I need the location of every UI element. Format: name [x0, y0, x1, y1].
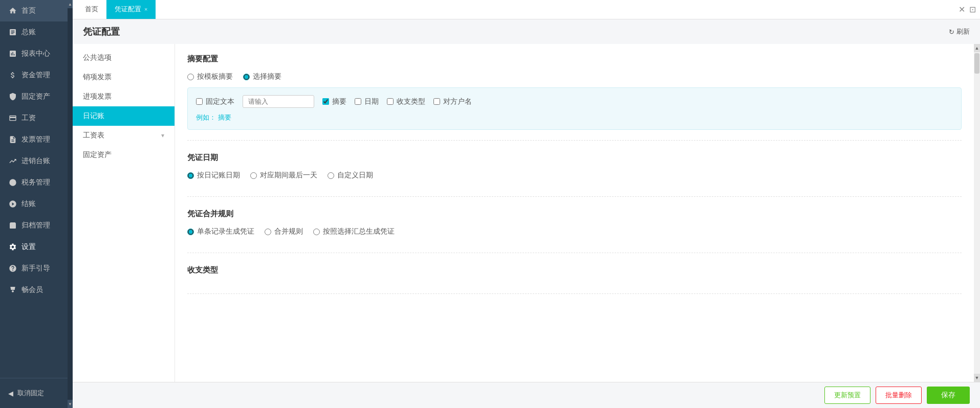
example-value: 摘要	[218, 114, 231, 121]
sidebar-item-stock[interactable]: 进销台账	[0, 150, 68, 172]
tab-active-label: 凭证配置	[115, 5, 141, 14]
checkbox-date[interactable]: 日期	[355, 97, 379, 106]
sidebar-item-member[interactable]: 畅会员	[0, 279, 68, 301]
merge-title: 凭证合并规则	[187, 209, 962, 219]
summary-box: 固定文本 摘要 日期	[187, 87, 962, 130]
sidebar-item-asset[interactable]: 固定资产	[0, 86, 68, 107]
tab-close-button[interactable]: ×	[144, 6, 147, 12]
left-nav: 公共选项 销项发票 进项发票 日记账 工资表 ▾ 固定资产	[73, 44, 175, 382]
expand-icon: ▾	[161, 132, 164, 139]
unpin-button[interactable]: ◀ 取消固定	[0, 383, 68, 403]
scrollbar-thumb[interactable]	[974, 53, 979, 74]
radio-merge-rule-label: 合并规则	[274, 227, 303, 236]
radio-single-record-input[interactable]	[187, 229, 194, 235]
left-nav-item-payroll[interactable]: 工资表 ▾	[73, 126, 175, 145]
radio-select-summarize[interactable]: 按照选择汇总生成凭证	[313, 227, 395, 236]
radio-period-last-day[interactable]: 对应期间最后一天	[250, 171, 317, 180]
window-close-button[interactable]: ✕	[959, 5, 965, 14]
radio-select-label: 选择摘要	[253, 72, 281, 81]
sidebar-item-report[interactable]: 报表中心	[0, 43, 68, 64]
save-button[interactable]: 保存	[927, 387, 970, 404]
radio-journal-date-input[interactable]	[187, 172, 194, 179]
radio-custom-date[interactable]: 自定义日期	[328, 171, 373, 180]
bottom-bar: 更新预置 批量删除 保存	[73, 382, 980, 408]
date-radio-row: 按日记账日期 对应期间最后一天 自定义日期	[187, 171, 962, 180]
radio-custom-date-input[interactable]	[328, 172, 334, 179]
summary-section: 摘要配置 按模板摘要 选择摘要	[187, 54, 962, 141]
scroll-up-arrow[interactable]: ▲	[68, 0, 73, 8]
sidebar-item-invoice[interactable]: 发票管理	[0, 129, 68, 150]
sidebar-item-label: 发票管理	[21, 135, 50, 144]
sidebar-item-label: 畅会员	[21, 285, 43, 294]
scrollbar-up-arrow[interactable]: ▲	[974, 44, 980, 52]
sidebar-item-fund[interactable]: 资金管理	[0, 64, 68, 86]
right-content: 摘要配置 按模板摘要 选择摘要	[175, 44, 974, 382]
radio-template-input[interactable]	[187, 74, 194, 80]
sidebar-item-archive[interactable]: 归档管理	[0, 215, 68, 236]
layout-body: 公共选项 销项发票 进项发票 日记账 工资表 ▾ 固定资产	[73, 44, 980, 382]
radio-select-summarize-input[interactable]	[313, 229, 320, 235]
batch-delete-button[interactable]: 批量删除	[876, 387, 922, 404]
sidebar-item-close-account[interactable]: 结账	[0, 193, 68, 215]
sidebar-item-home[interactable]: 首页	[0, 0, 68, 21]
radio-select-summary[interactable]: 选择摘要	[243, 72, 281, 81]
svg-point-0	[9, 179, 16, 186]
checkbox-payment-type[interactable]: 收支类型	[387, 97, 425, 106]
checkbox-date-input[interactable]	[355, 98, 361, 105]
tab-bar: 首页 凭证配置 × ✕ ⊡	[73, 0, 980, 19]
left-nav-item-journal[interactable]: 日记账	[73, 106, 175, 126]
pin-icon: ◀	[8, 390, 13, 397]
tab-voucher-config[interactable]: 凭证配置 ×	[106, 0, 156, 19]
checkbox-fixed-text-input[interactable]	[196, 98, 203, 105]
tab-home[interactable]: 首页	[77, 0, 106, 19]
radio-select-input[interactable]	[243, 74, 250, 80]
radio-single-record-label: 单条记录生成凭证	[197, 227, 254, 236]
checkbox-summary[interactable]: 摘要	[322, 97, 346, 106]
refresh-label: 刷新	[956, 27, 970, 36]
content-area: 凭证配置 ↻ 刷新 公共选项 销项发票 进项发票 日记账	[73, 19, 980, 408]
sidebar-item-guide[interactable]: 新手引导	[0, 258, 68, 279]
date-section: 凭证日期 按日记账日期 对应期间最后一天 自定义日期	[187, 153, 962, 197]
left-nav-item-sales-invoice[interactable]: 销项发票	[73, 67, 175, 87]
radio-merge-rule-input[interactable]	[265, 229, 271, 235]
left-nav-label: 销项发票	[83, 73, 112, 82]
left-nav-item-fixed-asset[interactable]: 固定资产	[73, 145, 175, 165]
checkbox-summary-input[interactable]	[322, 98, 329, 105]
radio-merge-rule[interactable]: 合并规则	[265, 227, 303, 236]
settings-icon	[8, 242, 17, 252]
window-restore-button[interactable]: ⊡	[969, 5, 976, 14]
left-nav-label: 工资表	[83, 131, 104, 140]
scroll-track	[68, 8, 73, 400]
guide-icon	[8, 264, 17, 273]
report-icon	[8, 49, 17, 58]
member-icon	[8, 285, 17, 294]
refresh-button[interactable]: ↻ 刷新	[949, 27, 970, 36]
radio-single-record[interactable]: 单条记录生成凭证	[187, 227, 254, 236]
scrollbar-down-arrow[interactable]: ▼	[974, 374, 980, 382]
left-nav-item-public[interactable]: 公共选项	[73, 48, 175, 67]
sidebar-item-salary[interactable]: 工资	[0, 107, 68, 129]
checkbox-fixed-text[interactable]: 固定文本	[196, 97, 234, 106]
radio-journal-date[interactable]: 按日记账日期	[187, 171, 240, 180]
scrollbar-track	[974, 52, 980, 374]
merge-section: 凭证合并规则 单条记录生成凭证 合并规则 按照选择汇总生成凭证	[187, 209, 962, 253]
left-nav-item-purchase-invoice[interactable]: 进项发票	[73, 87, 175, 106]
income-section: 收支类型	[187, 265, 962, 294]
radio-template-summary[interactable]: 按模板摘要	[187, 72, 233, 81]
sidebar-item-settings[interactable]: 设置	[0, 236, 68, 258]
update-preview-button[interactable]: 更新预置	[824, 387, 870, 404]
merge-radio-row: 单条记录生成凭证 合并规则 按照选择汇总生成凭证	[187, 227, 962, 236]
radio-period-last-day-input[interactable]	[250, 172, 257, 179]
sidebar-item-ledger[interactable]: 总账	[0, 21, 68, 43]
checkbox-counterparty-input[interactable]	[433, 98, 440, 105]
checkbox-payment-type-input[interactable]	[387, 98, 394, 105]
home-icon	[8, 6, 17, 15]
sidebar-item-label: 工资	[21, 114, 36, 123]
sidebar: 首页 总账 报表中心 资金管理 固定资产 工资 发票管理	[0, 0, 68, 408]
fixed-text-input[interactable]	[243, 95, 314, 108]
sidebar-item-tax[interactable]: 税务管理	[0, 172, 68, 193]
checkbox-counterparty[interactable]: 对方户名	[433, 97, 472, 106]
radio-template-label: 按模板摘要	[197, 72, 233, 81]
scroll-down-arrow[interactable]: ▼	[68, 400, 73, 408]
left-nav-label: 日记账	[83, 111, 104, 121]
